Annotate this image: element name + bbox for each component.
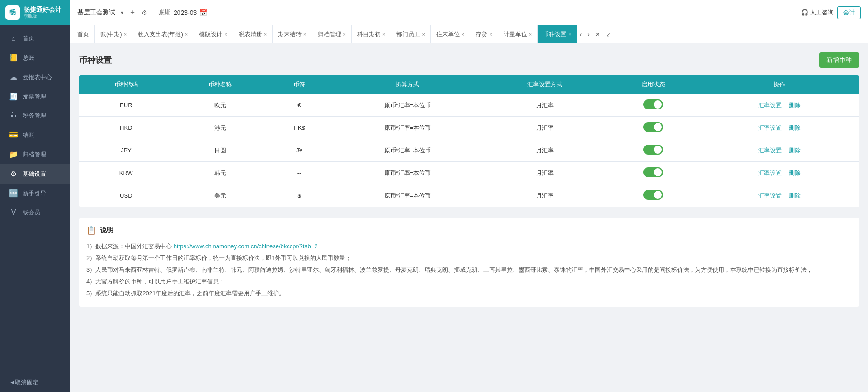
support-button[interactable]: 🎧 人工咨询: [801, 9, 834, 17]
rate-setting-btn-0[interactable]: 汇率设置: [758, 102, 782, 109]
sidebar-item-archive[interactable]: 📁归档管理: [0, 145, 70, 164]
cell-actions-1: 汇率设置删除: [700, 117, 859, 139]
delete-btn-1[interactable]: 删除: [789, 124, 801, 131]
cell-rate-3: 月汇率: [483, 162, 606, 184]
tab-currency[interactable]: 币种设置 ×: [538, 25, 577, 43]
settings-icon[interactable]: ⚙: [142, 9, 147, 16]
tab-income[interactable]: 收入支出表(年报) ×: [132, 25, 193, 43]
sidebar-item-guide[interactable]: 🆕新手引导: [0, 184, 70, 203]
tab-close-settlement[interactable]: ×: [124, 32, 127, 37]
notes-link[interactable]: https://www.chinamoney.com.cn/chinese/bk…: [174, 243, 318, 250]
sidebar-item-member[interactable]: V畅会员: [0, 203, 70, 222]
toggle-1[interactable]: [643, 122, 663, 132]
rate-setting-btn-4[interactable]: 汇率设置: [758, 192, 782, 199]
tab-unit[interactable]: 计量单位 ×: [498, 25, 538, 43]
toggle-4[interactable]: [643, 190, 663, 200]
account-type-button[interactable]: 会计: [837, 6, 861, 19]
new-currency-button[interactable]: 新增币种: [819, 52, 859, 68]
tab-close-template[interactable]: ×: [224, 32, 227, 37]
tab-label-unit: 计量单位: [504, 30, 527, 38]
tab-close-archive[interactable]: ×: [343, 32, 346, 37]
tab-close-partner[interactable]: ×: [462, 32, 464, 37]
cell-actions-0: 汇率设置删除: [700, 94, 859, 117]
col-header-3: 折算方式: [332, 75, 483, 94]
sidebar-footer[interactable]: ◄取消固定: [0, 373, 70, 392]
col-header-6: 操作: [700, 75, 859, 94]
tab-label-income: 收入支出表(年报): [138, 30, 183, 38]
cell-name-2: 日圆: [173, 139, 267, 162]
delete-btn-0[interactable]: 删除: [789, 102, 801, 109]
tab-dept[interactable]: 部门员工 ×: [391, 25, 430, 43]
delete-btn-4[interactable]: 删除: [789, 192, 801, 199]
delete-btn-3[interactable]: 删除: [789, 170, 801, 176]
tab-expand-btn[interactable]: ⤢: [603, 25, 614, 43]
tab-settlement[interactable]: 账(中期) ×: [95, 25, 132, 43]
cell-calc-1: 原币*汇率=本位币: [332, 117, 483, 139]
tab-period-end[interactable]: 期末结转 ×: [273, 25, 312, 43]
tab-template[interactable]: 模版设计 ×: [193, 25, 233, 43]
rate-setting-btn-3[interactable]: 汇率设置: [758, 170, 782, 176]
nav-label-guide: 新手引导: [23, 189, 46, 198]
tab-close-inventory[interactable]: ×: [489, 32, 492, 37]
calendar-icon[interactable]: 📅: [199, 9, 207, 16]
add-tab-icon[interactable]: ＋: [129, 8, 136, 17]
period-label: 账期: [158, 9, 171, 17]
tab-partner[interactable]: 往来单位 ×: [431, 25, 470, 43]
notes-item-3: 4）无官方牌价的币种，可以用户手工维护汇率信息；: [86, 276, 852, 288]
nav-label-reports: 云报表中心: [23, 73, 52, 81]
nav-icon-home: ⌂: [9, 34, 18, 43]
tab-close-subjects[interactable]: ×: [382, 32, 385, 37]
tab-next-btn[interactable]: ›: [585, 25, 592, 43]
nav-icon-tax: 🏛: [9, 112, 18, 120]
sidebar-item-tax[interactable]: 🏛税务管理: [0, 106, 70, 125]
tab-close-currency[interactable]: ×: [568, 32, 571, 37]
cell-symbol-2: J¥: [267, 139, 331, 162]
cell-symbol-3: --: [267, 162, 331, 184]
sidebar-item-invoice[interactable]: 🧾发票管理: [0, 87, 70, 106]
cell-toggle-1: [606, 117, 700, 139]
sidebar-item-home[interactable]: ⌂首页: [0, 29, 70, 48]
sidebar-item-ledger[interactable]: 📒总账: [0, 48, 70, 67]
tab-close-all-btn[interactable]: ✕: [592, 25, 603, 43]
tab-close-unit[interactable]: ×: [529, 32, 532, 37]
content-area: 币种设置 新增币种 币种代码币种名称币符折算方式汇率设置方式启用状态操作 EUR…: [70, 43, 868, 392]
cell-rate-0: 月汇率: [483, 94, 606, 117]
topbar: 基层工会测试 ▾ ＋ ⚙ 账期 2023-03 📅 🎧 人工咨询 会计: [70, 0, 868, 25]
toggle-0[interactable]: [643, 99, 663, 109]
notes-item-4: 5）系统只能自动抓取2021年度后的汇率，之前年度汇率需要用户手工维护。: [86, 288, 852, 299]
tab-close-income[interactable]: ×: [185, 32, 188, 37]
sidebar-item-reports[interactable]: ☁云报表中心: [0, 67, 70, 87]
rate-setting-btn-2[interactable]: 汇率设置: [758, 147, 782, 154]
sidebar-nav: ⌂首页📒总账☁云报表中心🧾发票管理🏛税务管理💳结账📁归档管理⚙基础设置🆕新手引导…: [0, 25, 70, 373]
tab-inventory[interactable]: 存货 ×: [470, 25, 498, 43]
cell-symbol-0: €: [267, 94, 331, 117]
cell-calc-2: 原币*汇率=本位币: [332, 139, 483, 162]
table-row-1: HKD港元HK$原币*汇率=本位币月汇率汇率设置删除: [79, 117, 859, 139]
tab-taxclear[interactable]: 税表清册 ×: [233, 25, 273, 43]
toggle-2[interactable]: [643, 145, 663, 155]
cell-code-1: HKD: [79, 117, 173, 139]
sidebar-item-settings[interactable]: ⚙基础设置: [0, 164, 70, 184]
tab-close-dept[interactable]: ×: [422, 32, 425, 37]
cell-calc-0: 原币*汇率=本位币: [332, 94, 483, 117]
cell-symbol-1: HK$: [267, 117, 331, 139]
tab-home[interactable]: 首页: [72, 25, 95, 43]
cell-code-0: EUR: [79, 94, 173, 117]
rate-setting-btn-1[interactable]: 汇率设置: [758, 124, 782, 131]
notes-section: 📋 说明 1）数据来源：中国外汇交易中心 https://www.chinamo…: [79, 218, 859, 307]
tab-close-period-end[interactable]: ×: [303, 32, 306, 37]
cell-rate-1: 月汇率: [483, 117, 606, 139]
cell-actions-4: 汇率设置删除: [700, 184, 859, 207]
company-dropdown-icon[interactable]: ▾: [121, 9, 123, 16]
logo-title: 畅捷通好会计: [24, 6, 61, 14]
sidebar-item-checkout[interactable]: 💳结账: [0, 125, 70, 145]
delete-btn-2[interactable]: 删除: [789, 147, 801, 154]
tab-prev-btn[interactable]: ‹: [577, 25, 585, 43]
table-row-3: KRW韩元--原币*汇率=本位币月汇率汇率设置删除: [79, 162, 859, 184]
period-section: 账期 2023-03 📅: [158, 9, 207, 17]
tab-close-taxclear[interactable]: ×: [264, 32, 267, 37]
tab-archive[interactable]: 归档管理 ×: [312, 25, 352, 43]
col-header-2: 币符: [267, 75, 331, 94]
toggle-3[interactable]: [643, 167, 663, 177]
tab-subjects[interactable]: 科目期初 ×: [352, 25, 391, 43]
